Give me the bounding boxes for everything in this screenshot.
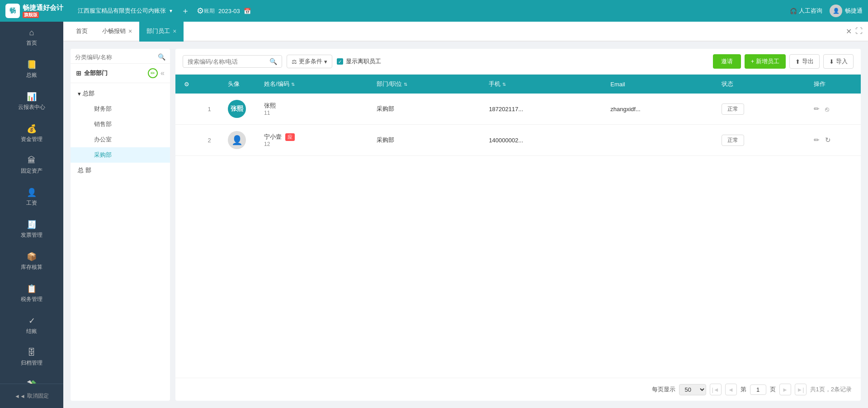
total-text: 共1页，2条记录	[810, 385, 852, 394]
user-avatar: 👤	[830, 5, 842, 17]
th-status: 状态	[714, 75, 807, 94]
headset-icon: 🎧	[790, 8, 797, 14]
dept-item-zongbu2[interactable]: 总 部	[71, 163, 170, 178]
payroll-icon: 👤	[27, 188, 37, 197]
sidebar-item-archive[interactable]: 🗄 归档管理	[0, 342, 63, 373]
tab-expense-close[interactable]: ×	[128, 28, 132, 35]
dept-item-zongbu[interactable]: ▾ 总部	[71, 86, 170, 101]
invite-button[interactable]: 邀请	[713, 54, 741, 69]
row2-action-btns: ✏ ↻	[814, 136, 854, 144]
sort-dept-icon[interactable]: ⇅	[404, 82, 407, 87]
dept-panel: 🔍 ⊞ 全部部门 ✏ « ▾ 总部	[71, 49, 170, 401]
dept-item-xiaoshou[interactable]: 销售部	[71, 117, 170, 132]
settings-icon[interactable]: ⚙	[197, 6, 204, 16]
sidebar-item-ledger[interactable]: 📒 总账	[0, 53, 63, 85]
company-selector[interactable]: 江西服宝精品有限责任公司内账张 ▾	[78, 7, 172, 15]
filter-button[interactable]: ⚖ 更多条件 ▾	[287, 55, 332, 68]
toolbar-right: 邀请 + 新增员工 ⬆ 导出 ⬇ 导入	[713, 54, 854, 69]
export-button[interactable]: ⬆ 导出	[789, 54, 820, 69]
sidebar-item-inventory[interactable]: 📦 库存核算	[0, 245, 63, 277]
dept-tree: ▾ 总部 财务部 销售部 办公室	[71, 83, 170, 401]
dept-collapse-button[interactable]: «	[160, 69, 165, 77]
sidebar-item-home[interactable]: ⌂ 首页	[0, 22, 63, 53]
last-page-button[interactable]: ►|	[795, 384, 807, 395]
pin-icon: ◄◄	[14, 393, 25, 399]
sidebar-item-closing[interactable]: ✓ 结账	[0, 310, 63, 342]
show-resigned-toggle[interactable]: ✓ 显示离职员工	[337, 57, 381, 66]
next-page-button[interactable]: ►	[779, 384, 791, 395]
row1-logout-icon[interactable]: ⎋	[825, 105, 829, 113]
sort-name-icon[interactable]: ⇅	[291, 82, 295, 87]
sidebar-item-funds[interactable]: 💰 资金管理	[0, 117, 63, 150]
cancel-fixed-button[interactable]: ◄◄ 取消固定	[0, 389, 63, 403]
sidebar-item-expense[interactable]: 💸 小畅报销	[0, 373, 63, 384]
show-resigned-checkbox[interactable]: ✓	[337, 58, 343, 65]
sidebar: ⌂ 首页 📒 总账 📊 云报表中心 💰 资金管理 🏛 固定资产 👤 工资	[0, 22, 63, 408]
company-name: 江西服宝精品有限责任公司内账张	[78, 7, 166, 15]
sidebar-label-archive: 归档管理	[21, 359, 42, 367]
row1-actions: ✏ ⎋	[807, 94, 861, 125]
reports-icon: 📊	[27, 92, 37, 102]
row1-num: 1	[198, 94, 221, 125]
calendar-icon[interactable]: 📅	[244, 8, 251, 14]
cancel-fixed-label: 取消固定	[27, 392, 49, 400]
import-icon: ⬇	[829, 58, 834, 65]
user-button[interactable]: 👤 畅捷通	[830, 5, 863, 17]
page-size-label: 每页显示	[652, 385, 675, 394]
row2-num: 2	[198, 125, 221, 156]
sidebar-item-assets[interactable]: 🏛 固定资产	[0, 150, 63, 181]
row1-code: 11	[264, 110, 362, 116]
maximize-window-icon[interactable]: ⛶	[855, 27, 863, 35]
th-name: 姓名/编码 ⇅	[257, 75, 369, 94]
page-size-select: 10 20 50 100	[679, 384, 706, 395]
tab-expense[interactable]: 小畅报销 ×	[95, 22, 139, 42]
close-window-icon[interactable]: ✕	[846, 27, 852, 36]
prev-page-button[interactable]: ◄	[725, 384, 737, 395]
row1-status-badge: 正常	[722, 103, 744, 115]
tab-dept-emp[interactable]: 部门员工 ×	[139, 22, 184, 42]
dept-item-caiwu[interactable]: 财务部	[71, 101, 170, 117]
page-size-dropdown[interactable]: 10 20 50 100	[679, 384, 706, 395]
sidebar-item-payroll[interactable]: 👤 工资	[0, 181, 63, 213]
dept-edit-button[interactable]: ✏	[148, 68, 158, 78]
page-word: 第	[741, 385, 746, 394]
dept-all-label: ⊞ 全部部门	[76, 69, 145, 77]
row2-code: 12	[264, 141, 362, 147]
add-emp-button[interactable]: + 新增员工	[745, 54, 786, 69]
sidebar-scroll: ⌂ 首页 📒 总账 📊 云报表中心 💰 资金管理 🏛 固定资产 👤 工资	[0, 22, 63, 384]
sidebar-item-reports[interactable]: 📊 云报表中心	[0, 85, 63, 117]
show-resigned-label: 显示离职员工	[346, 57, 381, 66]
dept-search-icon[interactable]: 🔍	[158, 53, 165, 61]
page-input[interactable]	[750, 385, 766, 395]
dept-item-caigou[interactable]: 采购部	[71, 147, 170, 163]
sidebar-item-tax[interactable]: 📋 税务管理	[0, 277, 63, 310]
row2-edit-icon[interactable]: ✏	[814, 136, 820, 144]
inventory-icon: 📦	[27, 252, 37, 262]
dept-grid-icon: ⊞	[76, 70, 81, 77]
employees-table: ⚙ 头像 姓名/编码 ⇅	[175, 75, 861, 156]
emp-layout: 🔍 ⊞ 全部部门 ✏ « ▾ 总部	[71, 49, 861, 401]
row1-action-btns: ✏ ⎋	[814, 105, 854, 113]
add-icon[interactable]: ＋	[181, 5, 189, 16]
tab-dept-emp-close[interactable]: ×	[173, 28, 176, 35]
sort-phone-icon[interactable]: ⇅	[502, 82, 506, 87]
dept-item-bangong[interactable]: 办公室	[71, 132, 170, 147]
emp-search-icon[interactable]: 🔍	[269, 58, 277, 65]
import-button[interactable]: ⬇ 导入	[823, 54, 854, 69]
tab-home[interactable]: 首页	[69, 22, 95, 42]
dept-search-input[interactable]	[75, 54, 155, 61]
row2-avatar: 👤	[228, 131, 246, 149]
gear-th-icon[interactable]: ⚙	[184, 81, 189, 88]
th-avatar: 头像	[221, 75, 257, 94]
tabs-bar: 首页 小畅报销 × 部门员工 × ✕ ⛶	[63, 22, 868, 42]
sidebar-item-invoice[interactable]: 🧾 发票管理	[0, 213, 63, 245]
service-button[interactable]: 🎧 人工咨询	[790, 7, 822, 15]
closing-icon: ✓	[28, 316, 35, 326]
row1-name-cell: 张熙 11	[257, 94, 369, 125]
emp-search-input[interactable]	[188, 58, 267, 65]
row2-refresh-icon[interactable]: ↻	[825, 136, 831, 144]
assets-icon: 🏛	[28, 156, 36, 165]
tabs-right: ✕ ⛶	[846, 27, 863, 36]
first-page-button[interactable]: |◄	[710, 384, 722, 395]
row1-edit-icon[interactable]: ✏	[814, 105, 820, 113]
